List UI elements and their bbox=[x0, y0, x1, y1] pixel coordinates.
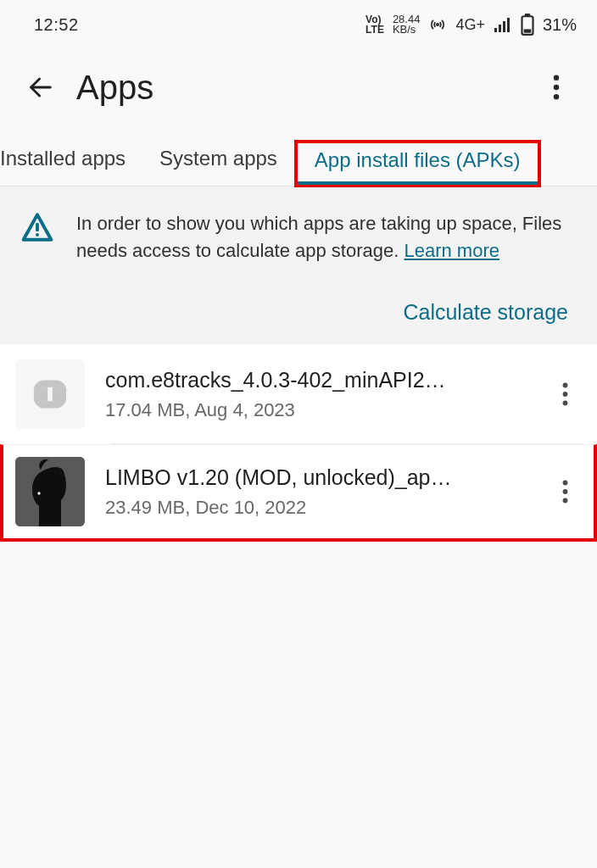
more-vert-icon bbox=[562, 382, 568, 406]
svg-point-16 bbox=[562, 401, 567, 406]
app-thumbnail bbox=[15, 359, 85, 429]
apk-file-meta: 17.04 MB, Aug 4, 2023 bbox=[105, 399, 546, 421]
active-tab-indicator bbox=[298, 181, 538, 185]
tab-installed-apps[interactable]: Installed apps bbox=[0, 147, 142, 186]
link-icon bbox=[22, 366, 78, 422]
hotspot-icon bbox=[428, 15, 447, 34]
learn-more-link[interactable]: Learn more bbox=[404, 240, 499, 261]
tab-system-apps[interactable]: System apps bbox=[142, 147, 294, 186]
svg-rect-4 bbox=[507, 18, 510, 32]
apk-file-name: com.e8tracks_4.0.3-402_minAPI2… bbox=[105, 368, 495, 392]
svg-point-15 bbox=[562, 392, 567, 397]
svg-point-11 bbox=[554, 94, 560, 100]
svg-point-21 bbox=[562, 498, 567, 504]
volte-icon: Vo) LTE bbox=[365, 14, 384, 35]
page-title: Apps bbox=[76, 69, 538, 107]
apk-file-name: LIMBO v1.20 (MOD, unlocked)_ap… bbox=[105, 465, 495, 490]
more-options-button[interactable] bbox=[538, 69, 575, 106]
apk-list: com.e8tracks_4.0.3-402_minAPI2… 17.04 MB… bbox=[0, 344, 597, 542]
status-bar: 12:52 Vo) LTE 28.44 KB/s 4G+ bbox=[0, 0, 597, 49]
more-vert-icon bbox=[553, 75, 560, 100]
svg-point-10 bbox=[554, 85, 560, 91]
svg-point-0 bbox=[436, 23, 439, 26]
battery-percent: 31% bbox=[543, 15, 577, 35]
tab-app-install-files[interactable]: App install files (APKs) bbox=[294, 140, 541, 187]
more-vert-icon bbox=[562, 480, 568, 504]
apk-row[interactable]: com.e8tracks_4.0.3-402_minAPI2… 17.04 MB… bbox=[0, 344, 597, 444]
calculate-storage-button[interactable]: Calculate storage bbox=[403, 300, 568, 325]
svg-point-13 bbox=[36, 233, 39, 236]
svg-rect-3 bbox=[503, 21, 505, 32]
status-right: Vo) LTE 28.44 KB/s 4G+ bbox=[365, 14, 577, 36]
arrow-left-icon bbox=[26, 73, 55, 102]
net-speed: 28.44 KB/s bbox=[393, 14, 421, 35]
network-type: 4G+ bbox=[455, 16, 485, 34]
svg-rect-1 bbox=[494, 28, 497, 32]
back-button[interactable] bbox=[22, 69, 59, 106]
tab-bar: Installed apps System apps App install f… bbox=[0, 125, 597, 186]
svg-rect-7 bbox=[524, 29, 532, 32]
battery-icon bbox=[521, 14, 534, 36]
svg-point-18 bbox=[37, 492, 40, 494]
storage-access-banner: In order to show you which apps are taki… bbox=[0, 186, 597, 344]
apk-file-meta: 23.49 MB, Dec 10, 2022 bbox=[105, 497, 546, 519]
app-thumbnail bbox=[15, 457, 85, 526]
banner-text: In order to show you which apps are taki… bbox=[76, 210, 573, 264]
svg-point-19 bbox=[562, 481, 567, 486]
app-header: Apps bbox=[0, 49, 597, 125]
tab-app-install-files-label: App install files (APKs) bbox=[315, 148, 521, 171]
row-more-button[interactable] bbox=[546, 473, 583, 510]
warning-icon bbox=[20, 212, 54, 264]
svg-point-14 bbox=[562, 383, 567, 388]
svg-point-20 bbox=[562, 489, 567, 494]
svg-rect-2 bbox=[499, 25, 501, 32]
apk-row[interactable]: LIMBO v1.20 (MOD, unlocked)_ap… 23.49 MB… bbox=[0, 444, 597, 542]
signal-icon bbox=[494, 16, 512, 33]
limbo-icon bbox=[15, 457, 85, 526]
svg-point-9 bbox=[554, 75, 560, 81]
row-more-button[interactable] bbox=[546, 376, 583, 413]
status-time: 12:52 bbox=[34, 15, 79, 35]
